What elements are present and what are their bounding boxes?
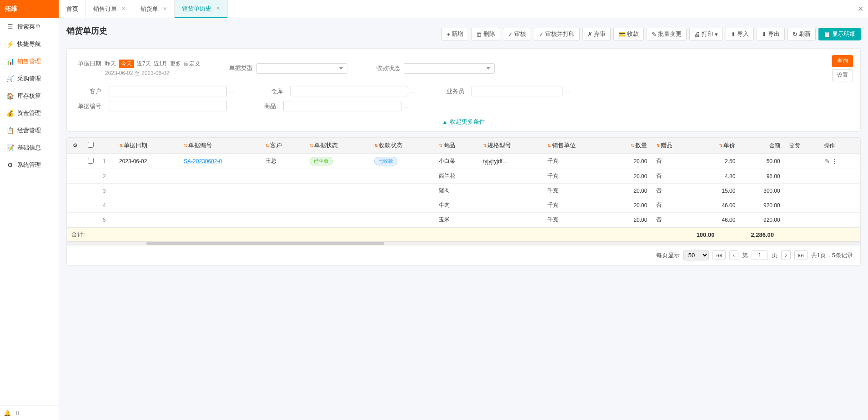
warehouse-dots[interactable]: ... bbox=[410, 88, 415, 95]
col-doc-no[interactable]: ⇅单据编号 bbox=[179, 138, 261, 154]
tab-sales-history[interactable]: 销货单历史 ✕ bbox=[175, 0, 228, 18]
edit-action[interactable]: ✎ bbox=[824, 157, 831, 165]
batch-change-button[interactable]: ✎ 批量变更 bbox=[647, 28, 687, 40]
cell-price: 15.00 bbox=[696, 184, 740, 198]
shortcut-yesterday[interactable]: 昨天 bbox=[105, 60, 116, 68]
shortcut-today[interactable]: 今天 bbox=[119, 60, 134, 68]
cell-checkbox[interactable] bbox=[83, 154, 98, 169]
col-payment-status[interactable]: ⇅收款状态 bbox=[370, 138, 434, 154]
salesman-label: 业务员 bbox=[437, 87, 464, 95]
prev-page-button[interactable]: ‹ bbox=[729, 250, 738, 260]
page-size-select[interactable]: 50 100 200 bbox=[683, 250, 709, 260]
cell-doc-no[interactable] bbox=[179, 169, 261, 184]
payment-status-label: 收款状态 bbox=[373, 64, 400, 72]
col-qty[interactable]: ⇅数量 bbox=[607, 138, 652, 154]
select-all-checkbox[interactable] bbox=[88, 142, 94, 148]
shortcut-more[interactable]: 更多 bbox=[170, 60, 181, 68]
cell-action bbox=[819, 169, 860, 184]
col-unit[interactable]: ⇅销售单位 bbox=[543, 138, 607, 154]
col-goods[interactable]: ⇅商品 bbox=[434, 138, 478, 154]
settings-button[interactable]: 设置 bbox=[832, 69, 853, 81]
payment-status-select[interactable] bbox=[404, 63, 495, 74]
goods-dots[interactable]: ... bbox=[403, 103, 408, 110]
add-button[interactable]: + 新增 bbox=[442, 28, 468, 40]
cell-customer bbox=[261, 213, 305, 227]
sidebar-item-sales-mgmt[interactable]: 📊 销售管理 bbox=[0, 53, 59, 70]
customer-input[interactable] bbox=[109, 86, 227, 96]
cell-gift: 否 bbox=[652, 184, 696, 198]
col-date[interactable]: ⇅单据日期 bbox=[115, 138, 179, 154]
abandon-button[interactable]: ✗ 弃审 bbox=[582, 28, 611, 40]
cell-checkbox[interactable] bbox=[83, 198, 98, 213]
doc-no-input[interactable] bbox=[109, 101, 227, 111]
query-button[interactable]: 查询 bbox=[832, 55, 853, 67]
page-input[interactable] bbox=[752, 250, 768, 260]
col-spec[interactable]: ⇅规格型号 bbox=[478, 138, 543, 154]
salesman-input[interactable] bbox=[472, 86, 562, 96]
col-doc-status[interactable]: ⇅单据状态 bbox=[305, 138, 370, 154]
salesman-dots[interactable]: ... bbox=[564, 88, 569, 95]
print-button[interactable]: 🖨 打印 ▾ bbox=[689, 28, 723, 40]
review-button[interactable]: ✓ 审核 bbox=[503, 28, 531, 40]
sidebar-item-inventory[interactable]: 🏠 库存核算 bbox=[0, 87, 59, 105]
last-page-button[interactable]: ⏭ bbox=[794, 250, 808, 260]
col-price[interactable]: ⇅单价 bbox=[696, 138, 740, 154]
customer-dots[interactable]: ... bbox=[229, 88, 234, 95]
sidebar-item-finance[interactable]: 💰 资金管理 bbox=[0, 105, 59, 122]
tab-bar-close[interactable]: ✕ bbox=[858, 5, 868, 13]
sidebar-item-purchase-mgmt[interactable]: 🛒 采购管理 bbox=[0, 70, 59, 87]
cell-doc-no[interactable]: SA-20230602-0 bbox=[179, 154, 261, 169]
cell-doc-status: 已生效 bbox=[305, 154, 370, 169]
sidebar-item-label: 资金管理 bbox=[17, 109, 41, 117]
goods-input[interactable] bbox=[283, 101, 401, 111]
toolbar: + 新增 🗑 删除 ✓ 审核 ✓ 审核并打印 ✗ 弃审 bbox=[442, 28, 861, 40]
notification-icon[interactable]: 🔔 bbox=[4, 410, 11, 416]
refresh-button[interactable]: ↻ 刷新 bbox=[788, 28, 816, 40]
tab-sales-goods[interactable]: 销货单 ✕ bbox=[133, 0, 175, 18]
cell-settings bbox=[67, 154, 83, 169]
shortcut-1month[interactable]: 近1月 bbox=[154, 60, 168, 68]
shortcut-custom[interactable]: 自定义 bbox=[184, 60, 200, 68]
cell-unit: 千克 bbox=[543, 184, 607, 198]
export-button[interactable]: ⬇ 导出 bbox=[757, 28, 785, 40]
warehouse-input[interactable] bbox=[290, 86, 408, 96]
sidebar-item-system-mgmt[interactable]: ⚙ 系统管理 bbox=[0, 156, 59, 174]
tab-sales-order[interactable]: 销售订单 ✕ bbox=[86, 0, 133, 18]
sidebar-item-operations[interactable]: 📋 经营管理 bbox=[0, 122, 59, 139]
tab-home[interactable]: 首页 bbox=[59, 0, 86, 18]
first-page-button[interactable]: ⏮ bbox=[712, 250, 726, 260]
cell-spec bbox=[478, 198, 543, 213]
delete-button[interactable]: 🗑 删除 bbox=[471, 28, 500, 40]
cell-qty: 20.00 bbox=[607, 169, 652, 184]
cell-checkbox[interactable] bbox=[83, 169, 98, 184]
tab-sales-order-close[interactable]: ✕ bbox=[121, 6, 125, 12]
cell-doc-no[interactable] bbox=[179, 213, 261, 227]
sidebar-item-quick-nav[interactable]: ⚡ 快捷导航 bbox=[0, 35, 59, 53]
tab-sales-goods-close[interactable]: ✕ bbox=[163, 6, 167, 12]
import-button[interactable]: ⬆ 导入 bbox=[726, 28, 754, 40]
cell-index: 2 bbox=[98, 169, 115, 184]
cell-checkbox[interactable] bbox=[83, 184, 98, 198]
next-page-button[interactable]: › bbox=[781, 250, 790, 260]
col-index bbox=[98, 138, 115, 154]
sidebar-item-search-menu[interactable]: ☰ 搜索菜单 bbox=[0, 18, 59, 35]
sidebar-item-basic-info[interactable]: 📝 基础信息 bbox=[0, 139, 59, 156]
delete-icon: 🗑 bbox=[476, 31, 482, 38]
page-label: 第 bbox=[742, 251, 748, 260]
col-settings[interactable]: ⚙ bbox=[67, 138, 83, 154]
shortcut-7days[interactable]: 近7天 bbox=[137, 60, 151, 68]
collapse-button[interactable]: ▲ 收起更多条件 bbox=[74, 116, 853, 128]
cell-checkbox[interactable] bbox=[83, 213, 98, 227]
col-customer[interactable]: ⇅客户 bbox=[261, 138, 305, 154]
cell-doc-no[interactable] bbox=[179, 198, 261, 213]
pause-icon[interactable]: ⏸ bbox=[15, 410, 20, 416]
collect-button[interactable]: 💳 收款 bbox=[613, 28, 644, 40]
tab-sales-history-close[interactable]: ✕ bbox=[216, 5, 220, 11]
col-gift[interactable]: ⇅赠品 bbox=[652, 138, 696, 154]
cell-doc-no[interactable] bbox=[179, 184, 261, 198]
cell-date bbox=[115, 213, 179, 227]
more-action[interactable]: ⋮ bbox=[831, 157, 838, 165]
doc-type-select[interactable] bbox=[256, 63, 347, 74]
show-detail-button[interactable]: 📋 显示明细 bbox=[818, 28, 861, 40]
review-print-button[interactable]: ✓ 审核并打印 bbox=[534, 28, 580, 40]
